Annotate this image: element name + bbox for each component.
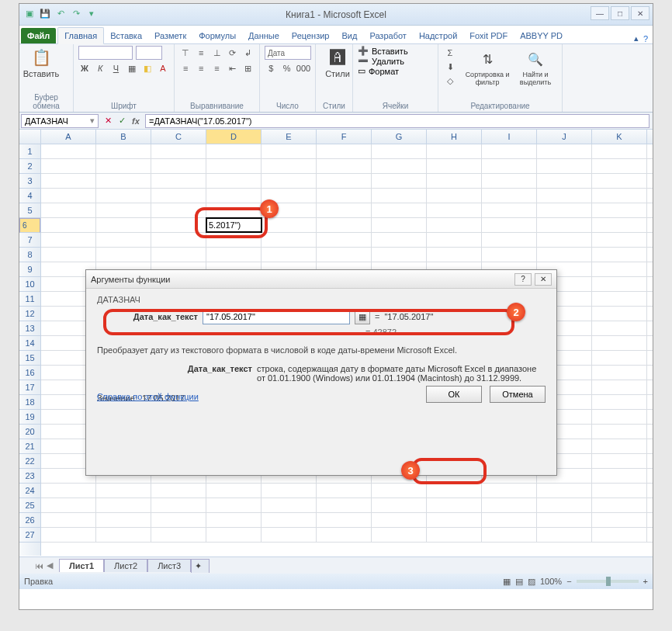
sheet-tab-2[interactable]: Лист2 — [104, 559, 147, 572]
row-header[interactable]: 2 — [19, 159, 40, 174]
cell[interactable] — [96, 159, 151, 173]
cell[interactable] — [41, 248, 96, 262]
row-header[interactable]: 26 — [19, 513, 40, 528]
row-header[interactable]: 11 — [19, 292, 40, 307]
cell[interactable] — [427, 498, 482, 512]
cell[interactable] — [592, 425, 647, 439]
row-header[interactable]: 21 — [19, 439, 40, 454]
cell[interactable] — [592, 336, 647, 350]
cell[interactable] — [592, 528, 647, 542]
cell[interactable] — [482, 233, 537, 247]
cell[interactable] — [537, 484, 592, 498]
row-header[interactable]: 15 — [19, 351, 40, 366]
cell[interactable] — [537, 159, 592, 173]
row-header[interactable]: 12 — [19, 307, 40, 321]
cell[interactable] — [41, 498, 96, 512]
cell[interactable] — [427, 528, 482, 542]
cell[interactable] — [262, 233, 317, 247]
cell[interactable] — [427, 174, 482, 188]
border-button[interactable]: ▦ — [126, 61, 138, 75]
bold-button[interactable]: Ж — [78, 61, 91, 75]
cell[interactable] — [317, 233, 372, 247]
wrap-text-button[interactable]: ↲ — [242, 46, 255, 60]
cell[interactable] — [482, 248, 537, 262]
tab-home[interactable]: Главная — [57, 27, 104, 44]
zoom-in-button[interactable]: + — [643, 577, 648, 586]
cell[interactable] — [592, 277, 647, 291]
row-header[interactable]: 5 — [19, 203, 40, 218]
cell[interactable] — [482, 218, 537, 232]
font-color-button[interactable]: A — [157, 61, 169, 75]
cell[interactable] — [96, 144, 151, 158]
percent-button[interactable]: % — [281, 61, 294, 75]
number-format-select[interactable]: Дата — [265, 46, 311, 60]
row-header[interactable]: 25 — [19, 498, 40, 513]
col-header[interactable]: H — [427, 130, 482, 144]
cell[interactable]: 5.2017") — [206, 218, 262, 232]
cell[interactable] — [372, 484, 427, 498]
cell[interactable] — [262, 498, 317, 512]
arg-input[interactable] — [203, 309, 350, 324]
cell[interactable] — [206, 513, 262, 527]
cell[interactable] — [482, 203, 537, 217]
cell[interactable] — [592, 144, 647, 158]
cell[interactable] — [96, 189, 151, 203]
cell[interactable] — [41, 144, 96, 158]
cell[interactable] — [262, 218, 317, 232]
row-header[interactable]: 3 — [19, 174, 40, 189]
cell[interactable] — [317, 513, 372, 527]
cell[interactable] — [482, 144, 537, 158]
cell[interactable] — [592, 233, 647, 247]
row-header[interactable]: 6 — [19, 218, 40, 233]
row-header[interactable]: 27 — [19, 528, 40, 543]
cell[interactable] — [262, 174, 317, 188]
ribbon-minimize-icon[interactable]: ▴ — [634, 33, 639, 43]
cell[interactable] — [96, 528, 151, 542]
cell[interactable] — [482, 159, 537, 173]
cell[interactable] — [41, 159, 96, 173]
cell[interactable] — [317, 203, 372, 217]
tab-addins[interactable]: Надстрой — [413, 28, 463, 43]
cell[interactable] — [96, 218, 151, 232]
sheet-tab-1[interactable]: Лист1 — [59, 559, 104, 572]
cell[interactable] — [262, 144, 317, 158]
cell[interactable] — [317, 218, 372, 232]
cell[interactable] — [427, 218, 482, 232]
cell[interactable] — [262, 248, 317, 262]
tab-data[interactable]: Данные — [242, 28, 286, 43]
enter-formula-icon[interactable]: ✓ — [116, 115, 128, 127]
cell[interactable] — [427, 233, 482, 247]
row-header[interactable]: 20 — [19, 425, 40, 439]
currency-button[interactable]: $ — [265, 61, 278, 75]
tab-foxit[interactable]: Foxit PDF — [463, 28, 514, 43]
col-header[interactable]: B — [96, 130, 151, 144]
cell[interactable] — [592, 380, 647, 394]
tab-developer[interactable]: Разработ — [363, 28, 412, 43]
cell[interactable] — [592, 484, 647, 498]
cell[interactable] — [317, 189, 372, 203]
cell[interactable] — [206, 159, 262, 173]
cell[interactable] — [537, 513, 592, 527]
col-header[interactable]: A — [41, 130, 96, 144]
cell[interactable] — [537, 203, 592, 217]
cell[interactable] — [317, 484, 372, 498]
cell[interactable] — [592, 174, 647, 188]
delete-cells-button[interactable]: ➖Удалить — [358, 56, 433, 66]
cell[interactable] — [262, 159, 317, 173]
row-header[interactable]: 13 — [19, 321, 40, 336]
sheet-tab-3[interactable]: Лист3 — [147, 559, 191, 572]
cell[interactable] — [262, 513, 317, 527]
close-button[interactable]: ✕ — [631, 6, 649, 20]
styles-button[interactable]: 🅰 Стили — [320, 46, 355, 78]
minimize-button[interactable]: — — [591, 6, 609, 20]
help-icon[interactable]: ? — [643, 34, 648, 43]
cell[interactable] — [151, 144, 206, 158]
cell[interactable] — [592, 262, 647, 276]
sheet-nav-first-icon[interactable]: ⏮ — [35, 561, 43, 570]
namebox-dropdown-icon[interactable]: ▾ — [90, 116, 95, 126]
cell[interactable] — [206, 248, 262, 262]
col-header[interactable]: E — [262, 130, 317, 144]
cell[interactable] — [592, 513, 647, 527]
cell[interactable] — [592, 469, 647, 483]
cell[interactable] — [592, 439, 647, 453]
